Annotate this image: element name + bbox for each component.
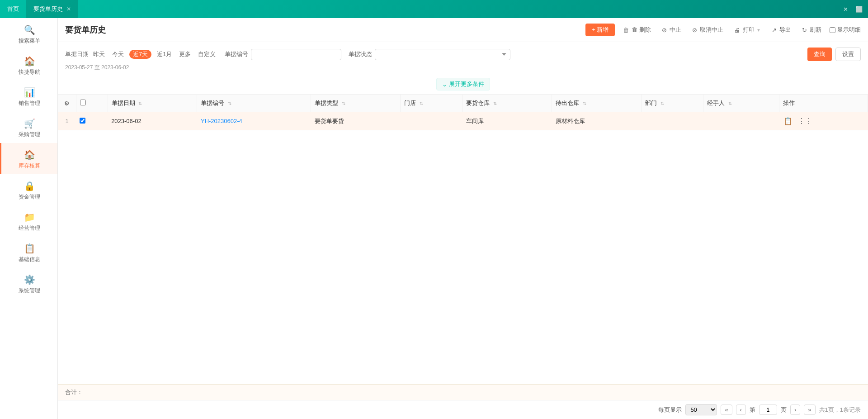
td-store xyxy=(401,112,462,130)
row-checkbox[interactable] xyxy=(80,118,85,124)
last-page-button[interactable]: » xyxy=(804,405,815,415)
page-input[interactable] xyxy=(759,405,777,415)
main-layout: 🔍 搜索菜单 🏠 快捷导航 📊 销售管理 🛒 采购管理 🏠 库存核算 🔒 资金管… xyxy=(0,18,868,419)
th-reqwarehouse: 要货仓库 ⇅ xyxy=(462,95,552,112)
delete-button[interactable]: 🗑 🗑 删除 xyxy=(620,24,654,36)
td-date: 2023-06-02 xyxy=(108,112,197,130)
sort-billno-icon[interactable]: ⇅ xyxy=(228,101,231,106)
date-range-text: 2023-05-27 至 2023-06-02 xyxy=(65,64,129,71)
sidebar-item-search-menu[interactable]: 🔍 搜索菜单 xyxy=(0,18,57,49)
delete-icon: 🗑 xyxy=(623,27,629,33)
top-tabs: 首页 要货单历史 ✕ xyxy=(0,0,843,18)
expand-more-button[interactable]: ⌄ 展开更多条件 xyxy=(436,78,490,90)
filter-area: 单据日期 昨天 今天 近7天 近1月 更多 自定义 单据编号 xyxy=(58,42,868,95)
query-button[interactable]: 查询 xyxy=(807,48,832,61)
stop-button[interactable]: ⊘ 中止 xyxy=(659,24,684,36)
date-shortcut-custom[interactable]: 自定义 xyxy=(196,50,217,59)
page-label: 第 xyxy=(750,406,755,414)
settings-button[interactable]: 设置 xyxy=(835,48,861,61)
th-checkbox xyxy=(76,95,108,112)
th-dept: 部门 ⇅ xyxy=(642,95,703,112)
date-shortcut-today[interactable]: 今天 xyxy=(110,50,126,59)
show-detail-checkbox-label[interactable]: 显示明细 xyxy=(830,26,861,34)
search-menu-icon: 🔍 xyxy=(24,24,35,35)
inventory-icon: 🏠 xyxy=(24,149,35,160)
table-row: 1 2023-06-02 YH-20230602-4 要货单要货 车间库 原材料… xyxy=(58,112,868,130)
sidebar-item-ops-mgmt[interactable]: 📁 经营管理 xyxy=(0,205,57,237)
tab-close-icon[interactable]: ✕ xyxy=(66,6,71,12)
next-page-button[interactable]: › xyxy=(790,405,800,415)
finance-mgmt-icon: 🔒 xyxy=(24,181,35,191)
window-maximize-icon[interactable]: ⬜ xyxy=(855,6,863,13)
window-close-icon[interactable]: ✕ xyxy=(843,6,848,13)
th-pendingwarehouse: 待出仓库 ⇅ xyxy=(552,95,642,112)
prev-page-button[interactable]: ‹ xyxy=(736,405,746,415)
sidebar: 🔍 搜索菜单 🏠 快捷导航 📊 销售管理 🛒 采购管理 🏠 库存核算 🔒 资金管… xyxy=(0,18,58,419)
sort-reqwarehouse-icon[interactable]: ⇅ xyxy=(493,101,497,106)
sidebar-item-sales-mgmt[interactable]: 📊 销售管理 xyxy=(0,81,57,112)
action-icons: 📋 ⋮⋮ xyxy=(783,116,864,126)
sort-date-icon[interactable]: ⇅ xyxy=(138,101,142,106)
summary-label: 合计： xyxy=(65,389,83,395)
cancel-stop-button[interactable]: ⊘ 取消中止 xyxy=(689,24,726,36)
sidebar-item-purchase-mgmt[interactable]: 🛒 采购管理 xyxy=(0,112,57,143)
page-size-select[interactable]: 50 20 100 200 xyxy=(685,404,717,415)
select-all-checkbox[interactable] xyxy=(80,100,86,105)
print-dropdown-icon[interactable]: ▼ xyxy=(756,28,761,33)
table-footer: 合计： xyxy=(58,384,868,400)
sidebar-item-basic-info[interactable]: 📋 基础信息 xyxy=(0,237,57,268)
show-detail-checkbox[interactable] xyxy=(830,27,835,33)
sidebar-item-sys-mgmt[interactable]: ⚙️ 系统管理 xyxy=(0,268,57,299)
sort-dept-icon[interactable]: ⇅ xyxy=(660,101,664,106)
sort-billtype-icon[interactable]: ⇅ xyxy=(342,101,345,106)
expand-more-row: ⌄ 展开更多条件 xyxy=(65,74,861,90)
billno-link[interactable]: YH-20230602-4 xyxy=(201,118,242,124)
sidebar-item-inventory[interactable]: 🏠 库存核算 xyxy=(0,143,57,174)
th-settings: ⚙ xyxy=(58,95,76,112)
first-page-button[interactable]: « xyxy=(721,405,732,415)
sort-store-icon[interactable]: ⇅ xyxy=(420,101,423,106)
billno-filter: 单据编号 xyxy=(225,49,341,60)
refresh-button[interactable]: ↻ 刷新 xyxy=(799,24,824,36)
sort-pendingwarehouse-icon[interactable]: ⇅ xyxy=(583,101,586,106)
sort-handler-icon[interactable]: ⇅ xyxy=(728,101,732,106)
th-billno: 单据编号 ⇅ xyxy=(197,95,311,112)
table-body: 1 2023-06-02 YH-20230602-4 要货单要货 车间库 原材料… xyxy=(58,112,868,130)
billno-input[interactable] xyxy=(251,49,341,60)
td-handler xyxy=(703,112,779,130)
filter-actions: 查询 设置 xyxy=(807,48,861,61)
purchase-mgmt-icon: 🛒 xyxy=(24,118,35,129)
page-size-label: 每页显示 xyxy=(658,406,682,414)
td-billtype: 要货单要货 xyxy=(311,112,401,130)
export-button[interactable]: ↗ 导出 xyxy=(769,24,794,36)
td-checkbox xyxy=(76,112,108,130)
sales-mgmt-icon: 📊 xyxy=(24,87,35,98)
date-shortcut-7days[interactable]: 近7天 xyxy=(129,50,151,59)
ops-mgmt-icon: 📁 xyxy=(24,212,35,223)
th-action: 操作 xyxy=(779,95,868,112)
td-reqwarehouse: 车间库 xyxy=(462,112,552,130)
date-shortcuts: 昨天 今天 近7天 近1月 更多 自定义 xyxy=(91,50,217,59)
print-button[interactable]: 🖨 打印 ▼ xyxy=(731,24,764,36)
tab-home[interactable]: 首页 xyxy=(0,0,26,18)
filter-row-1: 单据日期 昨天 今天 近7天 近1月 更多 自定义 单据编号 xyxy=(65,48,861,61)
td-action: 📋 ⋮⋮ xyxy=(779,112,868,130)
row-edit-icon[interactable]: 📋 xyxy=(783,116,793,126)
table-settings-icon[interactable]: ⚙ xyxy=(64,100,70,107)
toolbar: + 新增 🗑 🗑 删除 ⊘ 中止 ⊘ 取消中止 🖨 打印 ▼ xyxy=(585,24,861,36)
table-container: ⚙ 单据日期 ⇅ 单据编号 ⇅ xyxy=(58,95,868,384)
td-billno: YH-20230602-4 xyxy=(197,112,311,130)
date-shortcut-1month[interactable]: 近1月 xyxy=(155,50,174,59)
th-billtype: 单据类型 ⇅ xyxy=(311,95,401,112)
date-shortcut-yesterday[interactable]: 昨天 xyxy=(91,50,107,59)
table-header-row: ⚙ 单据日期 ⇅ 单据编号 ⇅ xyxy=(58,95,868,112)
tab-requisition-history[interactable]: 要货单历史 ✕ xyxy=(26,0,78,18)
status-select[interactable] xyxy=(375,49,510,60)
new-button[interactable]: + 新增 xyxy=(585,24,615,36)
basic-info-icon: 📋 xyxy=(24,243,35,254)
sidebar-item-finance-mgmt[interactable]: 🔒 资金管理 xyxy=(0,174,57,205)
page-header: 要货单历史 + 新增 🗑 🗑 删除 ⊘ 中止 ⊘ 取消中止 🖨 打印 xyxy=(58,18,868,42)
date-shortcut-more[interactable]: 更多 xyxy=(177,50,193,59)
row-more-icon[interactable]: ⋮⋮ xyxy=(797,116,813,126)
sidebar-item-quick-nav[interactable]: 🏠 快捷导航 xyxy=(0,49,57,81)
